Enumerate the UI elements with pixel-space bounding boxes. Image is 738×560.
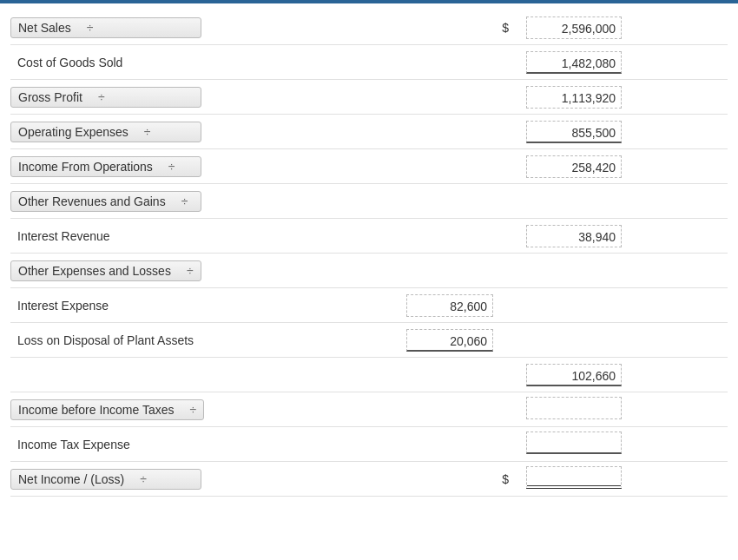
mid-value-subtotal-102660	[392, 372, 497, 379]
mid-value-cost-of-goods-sold	[392, 59, 497, 66]
right-input-interest-revenue[interactable]: 38,940	[526, 225, 622, 247]
mid-value-income-tax-expense	[392, 441, 497, 448]
row-operating-expenses: Operating Expenses÷855,500	[10, 115, 728, 149]
row-interest-expense: Interest Expense82,600	[10, 288, 728, 323]
row-net-income: Net Income / (Loss)÷$	[10, 462, 728, 497]
label-income-tax-expense: Income Tax Expense	[10, 431, 392, 458]
mid-value-interest-revenue	[392, 233, 497, 240]
label-interest-revenue: Interest Revenue	[10, 222, 392, 250]
row-cost-of-goods-sold: Cost of Goods Sold1,482,080	[10, 45, 728, 80]
row-income-tax-expense: Income Tax Expense	[10, 427, 728, 462]
chevron-icon-net-income: ÷	[131, 472, 147, 486]
chevron-icon-other-expenses-losses: ÷	[178, 264, 194, 278]
right-input-subtotal-102660[interactable]: 102,660	[526, 364, 622, 386]
right-value-interest-expense	[511, 302, 625, 309]
label-cost-of-goods-sold: Cost of Goods Sold	[10, 49, 392, 76]
row-net-sales: Net Sales÷$2,596,000	[10, 10, 728, 45]
dollar-sign-net-income: $	[497, 472, 511, 486]
text-loss-on-disposal: Loss on Disposal of Plant Assets	[10, 330, 392, 351]
right-value-income-from-operations: 258,420	[511, 152, 625, 181]
text-interest-expense: Interest Expense	[10, 295, 392, 316]
mid-value-other-revenues-gains	[392, 198, 497, 205]
label-gross-profit[interactable]: Gross Profit÷	[10, 83, 392, 111]
dropdown-other-expenses-losses[interactable]: Other Expenses and Losses÷	[10, 260, 201, 281]
dropdown-other-revenues-gains[interactable]: Other Revenues and Gains÷	[10, 191, 201, 212]
mid-input-interest-expense[interactable]: 82,600	[406, 294, 493, 317]
text-interest-revenue: Interest Revenue	[10, 226, 392, 247]
right-value-subtotal-102660: 102,660	[511, 360, 625, 390]
right-input-income-before-taxes[interactable]	[526, 397, 622, 419]
dollar-sign-net-sales: $	[497, 21, 511, 35]
label-interest-expense: Interest Expense	[10, 292, 392, 320]
dropdown-operating-expenses[interactable]: Operating Expenses÷	[10, 122, 201, 142]
mid-value-gross-profit	[392, 94, 497, 101]
right-input-income-tax-expense[interactable]	[526, 432, 622, 454]
mid-value-income-from-operations	[392, 163, 497, 170]
chevron-icon-income-before-taxes: ÷	[181, 403, 197, 417]
right-input-cost-of-goods-sold[interactable]: 1,482,080	[526, 51, 622, 74]
right-value-other-revenues-gains	[511, 198, 625, 205]
right-value-net-sales: 2,596,000	[511, 13, 625, 43]
dropdown-net-sales[interactable]: Net Sales÷	[10, 17, 201, 38]
right-input-net-income[interactable]	[526, 466, 622, 489]
mid-value-interest-expense: 82,600	[392, 291, 497, 320]
mid-value-net-sales	[392, 24, 497, 31]
right-input-operating-expenses[interactable]: 855,500	[526, 121, 622, 143]
row-gross-profit: Gross Profit÷1,113,920	[10, 80, 728, 115]
right-value-loss-on-disposal	[511, 337, 625, 344]
label-other-revenues-gains[interactable]: Other Revenues and Gains÷	[10, 188, 392, 215]
row-income-from-operations: Income From Operations÷258,420	[10, 149, 728, 184]
chevron-icon-operating-expenses: ÷	[135, 125, 151, 139]
label-other-expenses-losses[interactable]: Other Expenses and Losses÷	[10, 257, 392, 285]
right-input-income-from-operations[interactable]: 258,420	[526, 155, 622, 178]
row-interest-revenue: Interest Revenue38,940	[10, 219, 728, 254]
label-net-income[interactable]: Net Income / (Loss)÷	[10, 465, 392, 493]
row-subtotal-102660: 102,660	[10, 358, 728, 392]
right-value-income-tax-expense	[511, 428, 625, 460]
chevron-icon-income-from-operations: ÷	[160, 160, 175, 174]
row-income-before-taxes: Income before Income Taxes÷	[10, 392, 728, 427]
right-input-gross-profit[interactable]: 1,113,920	[526, 86, 622, 109]
row-loss-on-disposal: Loss on Disposal of Plant Assets20,060	[10, 323, 728, 358]
income-statement-container: Net Sales÷$2,596,000Cost of Goods Sold1,…	[0, 3, 738, 504]
right-value-operating-expenses: 855,500	[511, 117, 625, 147]
text-income-tax-expense: Income Tax Expense	[10, 434, 392, 455]
label-income-before-taxes[interactable]: Income before Income Taxes÷	[10, 396, 392, 424]
label-subtotal-102660	[10, 372, 392, 379]
chevron-icon-net-sales: ÷	[78, 21, 94, 35]
right-value-gross-profit: 1,113,920	[511, 82, 625, 112]
mid-value-net-income	[392, 476, 497, 483]
right-value-interest-revenue: 38,940	[511, 221, 625, 251]
right-value-cost-of-goods-sold: 1,482,080	[511, 48, 625, 77]
label-income-from-operations[interactable]: Income From Operations÷	[10, 153, 392, 181]
dropdown-gross-profit[interactable]: Gross Profit÷	[10, 87, 201, 108]
dropdown-income-from-operations[interactable]: Income From Operations÷	[10, 156, 201, 177]
chevron-icon-other-revenues-gains: ÷	[173, 194, 188, 208]
mid-value-loss-on-disposal: 20,060	[392, 326, 497, 355]
text-cost-of-goods-sold: Cost of Goods Sold	[10, 52, 392, 73]
label-net-sales[interactable]: Net Sales÷	[10, 14, 392, 42]
mid-value-operating-expenses	[392, 128, 497, 135]
right-value-other-expenses-losses	[511, 267, 625, 274]
right-value-net-income	[511, 463, 625, 495]
mid-value-income-before-taxes	[392, 406, 497, 413]
label-loss-on-disposal: Loss on Disposal of Plant Assets	[10, 326, 392, 354]
row-other-expenses-losses: Other Expenses and Losses÷	[10, 254, 728, 288]
chevron-icon-gross-profit: ÷	[89, 90, 105, 104]
right-input-net-sales[interactable]: 2,596,000	[526, 16, 622, 39]
dropdown-net-income[interactable]: Net Income / (Loss)÷	[10, 469, 201, 490]
right-value-income-before-taxes	[511, 393, 625, 425]
dropdown-income-before-taxes[interactable]: Income before Income Taxes÷	[10, 399, 204, 420]
row-other-revenues-gains: Other Revenues and Gains÷	[10, 184, 728, 219]
mid-value-other-expenses-losses	[392, 267, 497, 274]
label-operating-expenses[interactable]: Operating Expenses÷	[10, 118, 392, 146]
mid-input-loss-on-disposal[interactable]: 20,060	[406, 329, 493, 352]
